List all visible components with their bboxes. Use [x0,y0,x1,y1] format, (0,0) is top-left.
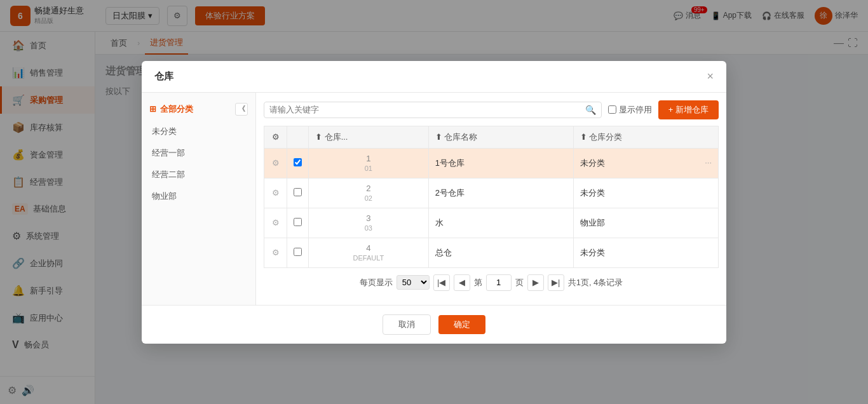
per-page-label: 每页显示 [360,277,393,288]
right-toolbar: 🔍 显示停用 + 新增仓库 [264,100,719,119]
dialog-title: 仓库 [154,71,173,83]
category-property[interactable]: 物业部 [142,185,255,207]
row-name: 2号仓库 [428,178,573,208]
col-name-header[interactable]: ⬆ 仓库名称 [428,126,573,148]
row-num: 4DEFAULT [309,238,429,267]
dialog-footer: 取消 确定 [142,305,726,344]
row-checkbox[interactable] [287,238,309,267]
row-num: 202 [309,178,429,208]
row-num: 303 [309,208,429,238]
grid-icon: ⊞ [149,104,156,114]
dialog-header: 仓库 × [142,61,726,93]
search-box: 🔍 [264,102,602,118]
row-name: 水 [428,208,573,238]
all-categories-label: 全部分类 [160,104,193,115]
row-select-checkbox[interactable] [294,188,302,196]
show-disabled-label-text: 显示停用 [619,104,652,116]
row-num: 101 [309,148,429,178]
col-checkbox-header [287,126,309,148]
row-name: 总仓 [428,238,573,267]
row-category: 物业部 [573,208,718,238]
row-gear[interactable]: ⚙ [264,238,287,267]
col-gear-header[interactable]: ⚙ [264,126,287,148]
cancel-button[interactable]: 取消 [383,314,431,335]
table-header-row: ⚙ ⬆ 仓库... ⬆ 仓库名称 ⬆ 仓库分类 [264,126,719,148]
close-button[interactable]: × [707,70,714,83]
overlay: 仓库 × ⊞ 全部分类 《 未分类 经营一部 经营二部 物业部 [0,0,868,404]
last-page-button[interactable]: ▶| [548,274,564,291]
table-row[interactable]: ⚙ 101 1号仓库 未分类··· [264,148,719,178]
show-disabled-toggle[interactable]: 显示停用 [608,104,652,116]
search-input[interactable] [269,105,585,114]
category-uncategorized[interactable]: 未分类 [142,121,255,142]
first-page-button[interactable]: |◀ [433,274,450,291]
table-panel: 🔍 显示停用 + 新增仓库 ⚙ [256,93,726,305]
row-category: 未分类 [573,238,718,267]
warehouse-table: ⚙ ⬆ 仓库... ⬆ 仓库名称 ⬆ 仓库分类 [264,126,719,268]
page-label: 第 [474,277,482,288]
col-category-header[interactable]: ⬆ 仓库分类 [573,126,718,148]
warehouse-table-wrap: ⚙ ⬆ 仓库... ⬆ 仓库名称 ⬆ 仓库分类 [264,126,719,268]
row-checkbox[interactable] [287,208,309,238]
row-category: 未分类 [573,178,718,208]
per-page-select[interactable]: 50 100 200 [397,275,430,290]
page-suffix: 页 [515,277,524,288]
all-categories-header[interactable]: ⊞ 全部分类 《 [142,98,255,121]
category-panel: ⊞ 全部分类 《 未分类 经营一部 经营二部 物业部 [142,93,256,305]
confirm-button[interactable]: 确定 [438,315,485,334]
warehouse-dialog: 仓库 × ⊞ 全部分类 《 未分类 经营一部 经营二部 物业部 [142,61,726,344]
next-page-button[interactable]: ▶ [527,274,544,291]
table-row[interactable]: ⚙ 4DEFAULT 总仓 未分类 [264,238,719,267]
col-code-header[interactable]: ⬆ 仓库... [309,126,429,148]
category-ops1[interactable]: 经营一部 [142,142,255,164]
category-ops2[interactable]: 经营二部 [142,164,255,185]
row-gear[interactable]: ⚙ [264,148,287,178]
row-checkbox[interactable] [287,178,309,208]
row-name: 1号仓库 [428,148,573,178]
row-checkbox[interactable] [287,148,309,178]
row-select-checkbox[interactable] [294,158,302,166]
search-icon: 🔍 [585,105,596,115]
prev-page-button[interactable]: ◀ [454,274,470,291]
total-label: 共1页, 4条记录 [568,277,623,288]
row-category: 未分类··· [573,148,718,178]
show-disabled-checkbox[interactable] [608,105,616,114]
row-select-checkbox[interactable] [294,248,302,256]
row-action-icon[interactable]: ··· [705,158,712,167]
row-gear[interactable]: ⚙ [264,178,287,208]
add-warehouse-button[interactable]: + 新增仓库 [658,100,719,119]
table-row[interactable]: ⚙ 202 2号仓库 未分类 [264,178,719,208]
dialog-body: ⊞ 全部分类 《 未分类 经营一部 经营二部 物业部 🔍 [142,93,726,305]
row-select-checkbox[interactable] [294,218,302,226]
collapse-button[interactable]: 《 [235,103,248,116]
row-gear[interactable]: ⚙ [264,208,287,238]
pagination: 每页显示 50 100 200 |◀ ◀ 第 页 ▶ ▶| 共1页, 4条记录 [264,268,719,297]
table-row[interactable]: ⚙ 303 水 物业部 [264,208,719,238]
page-input[interactable] [486,274,512,291]
